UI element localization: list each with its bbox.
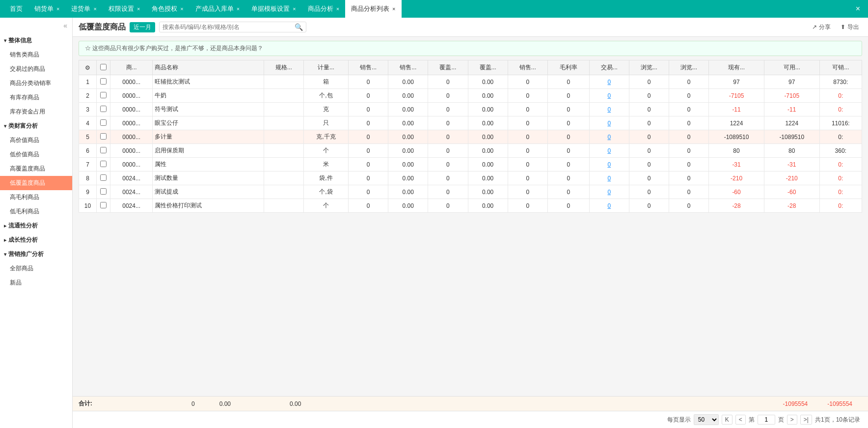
sidebar-section-wealth[interactable]: ▾ 类财富分析 <box>0 119 72 133</box>
sidebar-item-low-margin[interactable]: 低毛利商品 <box>0 204 72 219</box>
nav-product-analysis[interactable]: 商品分析 × <box>302 0 345 18</box>
sidebar-item-category-rate[interactable]: 商品分类动销率 <box>0 76 72 90</box>
row-checkbox[interactable] <box>97 171 110 185</box>
browse-link[interactable]: 0 <box>607 175 611 182</box>
sidebar-section-marketing[interactable]: ▾ 营销推广分析 <box>0 247 72 261</box>
browse-link[interactable]: 0 <box>607 134 611 141</box>
name-column-header[interactable]: 商品名称 <box>153 60 264 75</box>
spec-column-header[interactable]: 规格... <box>264 60 303 75</box>
footer-avail: -1095554 <box>817 400 862 407</box>
gross-column-header[interactable]: 毛利率 <box>547 60 589 75</box>
row-checkbox[interactable] <box>97 89 110 103</box>
nav-template-settings[interactable]: 单据模板设置 × <box>245 0 301 18</box>
row-sales2: 0.00 <box>388 103 428 116</box>
sidebar-item-all-goods[interactable]: 全部商品 <box>0 261 72 276</box>
nav-close-sales[interactable]: × <box>56 0 59 18</box>
nav-finished-goods[interactable]: 产成品入库单 × <box>190 0 245 18</box>
sidebar-item-new-goods[interactable]: 新品 <box>0 276 72 290</box>
sidebar-item-high-value[interactable]: 高价值商品 <box>0 133 72 147</box>
row-trade: 0 <box>589 185 629 199</box>
sellable-column-header[interactable]: 可销... <box>819 60 862 75</box>
sidebar-item-inventory-goods[interactable]: 有库存商品 <box>0 90 72 105</box>
browse-link[interactable]: 0 <box>607 189 611 196</box>
first-page-button[interactable]: K <box>722 415 732 425</box>
sidebar-item-low-value[interactable]: 低价值商品 <box>0 147 72 162</box>
browse1-column-header[interactable]: 浏览... <box>629 60 669 75</box>
row-checkbox[interactable] <box>97 158 110 171</box>
prev-page-button[interactable]: < <box>735 415 746 425</box>
code-column-header[interactable]: 商... <box>110 60 153 75</box>
next-page-button[interactable]: > <box>787 415 797 425</box>
row-browse1: 0 <box>629 130 669 144</box>
nav-home[interactable]: 首页 <box>4 0 28 18</box>
nav-close-permissions[interactable]: × <box>137 0 140 18</box>
time-filter-button[interactable]: 近一月 <box>130 22 155 32</box>
row-sellable: 0: <box>819 103 862 116</box>
row-checkbox[interactable] <box>97 116 110 130</box>
nav-permissions[interactable]: 权限设置 × <box>103 0 146 18</box>
sidebar-collapse-button[interactable]: « <box>61 20 69 31</box>
nav-close-role[interactable]: × <box>180 0 183 18</box>
row-spec <box>264 130 303 144</box>
trade-column-header[interactable]: 交易... <box>589 60 629 75</box>
row-checkbox[interactable] <box>97 103 110 116</box>
header-actions: ↗ 分享 ⬆ 导出 <box>809 22 862 32</box>
sidebar-item-sales-goods[interactable]: 销售类商品 <box>0 48 72 62</box>
export-button[interactable]: ⬆ 导出 <box>838 22 862 32</box>
page-input[interactable] <box>758 415 775 425</box>
sidebar-item-traded-goods[interactable]: 交易过的商品 <box>0 62 72 76</box>
sidebar-item-low-coverage[interactable]: 低覆盖度商品 <box>0 176 72 190</box>
row-name: 属性价格打印测试 <box>153 199 264 213</box>
row-unit: 克,千克 <box>303 130 348 144</box>
sales2-column-header[interactable]: 销售... <box>388 60 428 75</box>
row-checkbox[interactable] <box>97 144 110 158</box>
browse-link[interactable]: 0 <box>607 92 611 99</box>
browse-link[interactable]: 0 <box>607 147 611 154</box>
row-unit: 米 <box>303 158 348 171</box>
browse-link[interactable]: 0 <box>607 120 611 127</box>
browse-link[interactable]: 0 <box>607 106 611 113</box>
browse2-column-header[interactable]: 浏览... <box>669 60 709 75</box>
nav-purchase-order[interactable]: 进货单 × <box>65 0 102 18</box>
share-button[interactable]: ↗ 分享 <box>809 22 834 32</box>
sidebar-item-inventory-capital[interactable]: 库存资金占用 <box>0 105 72 119</box>
nav-close-purchase[interactable]: × <box>93 0 96 18</box>
row-trade: 0 <box>589 103 629 116</box>
sidebar-section-liquidity[interactable]: ▸ 流通性分析 <box>0 219 72 233</box>
footer-current: -1095554 <box>773 400 818 407</box>
nav-close-template[interactable]: × <box>293 0 296 18</box>
browse-link[interactable]: 0 <box>607 161 611 168</box>
row-checkbox[interactable] <box>97 130 110 144</box>
select-all-checkbox[interactable] <box>100 64 107 70</box>
row-browse2: 0 <box>669 144 709 158</box>
sidebar-section-overview[interactable]: ▾ 整体信息 <box>0 33 72 48</box>
nav-close-analysis[interactable]: × <box>336 0 339 18</box>
search-input[interactable] <box>163 24 295 30</box>
per-page-select[interactable]: 5020100200 <box>694 414 719 425</box>
row-cover1: 0 <box>428 130 468 144</box>
browse-link[interactable]: 0 <box>607 202 611 209</box>
nav-close-analysis-list[interactable]: × <box>392 0 395 18</box>
nav-product-analysis-list[interactable]: 商品分析列表 × <box>345 0 401 18</box>
row-browse1: 0 <box>629 158 669 171</box>
window-close-button[interactable]: × <box>852 4 864 13</box>
cover1-column-header[interactable]: 覆盖... <box>428 60 468 75</box>
nav-role-auth[interactable]: 角色授权 × <box>146 0 189 18</box>
current-column-header[interactable]: 现有... <box>709 60 764 75</box>
nav-close-finished[interactable]: × <box>237 0 240 18</box>
last-page-button[interactable]: >| <box>800 415 812 425</box>
row-checkbox[interactable] <box>97 199 110 213</box>
row-checkbox[interactable] <box>97 75 110 89</box>
cover2-column-header[interactable]: 覆盖... <box>468 60 508 75</box>
row-checkbox[interactable] <box>97 185 110 199</box>
unit-column-header[interactable]: 计量... <box>303 60 348 75</box>
sidebar-item-high-coverage[interactable]: 高覆盖度商品 <box>0 162 72 176</box>
sidebar-section-growth[interactable]: ▸ 成长性分析 <box>0 233 72 247</box>
sales1-column-header[interactable]: 销售... <box>349 60 388 75</box>
avail-column-header[interactable]: 可用... <box>764 60 819 75</box>
settings-column-header[interactable]: ⚙ <box>79 60 97 75</box>
browse-link[interactable]: 0 <box>607 79 611 86</box>
sidebar-item-high-margin[interactable]: 高毛利商品 <box>0 190 72 204</box>
sales3-column-header[interactable]: 销售... <box>508 60 547 75</box>
nav-sales-order[interactable]: 销货单 × <box>28 0 65 18</box>
